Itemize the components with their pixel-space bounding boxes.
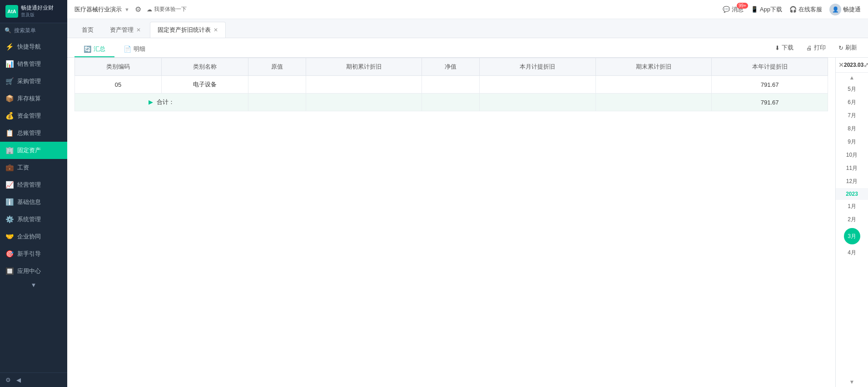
cell-annual-dep: 791.67 <box>712 76 828 94</box>
app-version: 普及版 <box>21 12 54 18</box>
cell-name: 电子设备 <box>162 76 248 94</box>
chevron-down-icon: ▼ <box>31 282 37 288</box>
month-6[interactable]: 6月 <box>836 96 868 109</box>
settings-button[interactable]: ⚙ <box>5 377 11 383</box>
tab-depreciation-table[interactable]: 固定资产折旧统计表 ✕ <box>150 22 226 38</box>
month-11[interactable]: 11月 <box>836 162 868 175</box>
sidebar-item-ledger[interactable]: 📋 总账管理 <box>0 124 67 142</box>
month-2023-2[interactable]: 2月 <box>836 213 868 226</box>
subtab-summary[interactable]: 🔄 汇总 <box>74 42 114 57</box>
sidebar-item-inventory[interactable]: 📦 库存核算 <box>0 90 67 107</box>
topbar-right: 💬 消息 99+ 📱 App下载 🎧 在线客服 👤 畅捷通 <box>723 4 861 15</box>
total-label: ▶ 合计： <box>75 94 248 111</box>
total-monthly-dep <box>480 94 596 111</box>
month-2023-1[interactable]: 1月 <box>836 200 868 213</box>
total-net-value <box>422 94 480 111</box>
experience-button[interactable]: ☁ 我要体验一下 <box>147 5 187 13</box>
year-2023-label: 2023 <box>836 188 868 200</box>
sidebar-item-fixed-assets[interactable]: 🏢 固定资产 <box>0 142 67 159</box>
detail-icon: 📄 <box>124 45 131 53</box>
fixed-assets-icon: 🏢 <box>5 146 14 154</box>
cell-initial-dep <box>306 76 422 94</box>
cell-original <box>248 76 306 94</box>
sidebar-item-funds[interactable]: 💰 资金管理 <box>0 107 67 124</box>
refresh-button[interactable]: ↻ 刷新 <box>835 42 861 54</box>
table-container: 类别编码 类别名称 原值 期初累计折旧 净值 本月计提折旧 期末累计折旧 本年计… <box>67 58 835 387</box>
tab-asset-manage[interactable]: 资产管理 ✕ <box>103 22 148 38</box>
sidebar-item-guide[interactable]: 🎯 新手引导 <box>0 245 67 263</box>
sidebar-item-purchase[interactable]: 🛒 采购管理 <box>0 73 67 90</box>
col-code: 类别编码 <box>75 58 162 76</box>
panel-header: ✕ 2023.03 ⤢ <box>836 58 868 73</box>
print-button[interactable]: 🖨 打印 <box>803 42 829 54</box>
download-icon: ⬇ <box>775 45 780 51</box>
table-header-row: 类别编码 类别名称 原值 期初累计折旧 净值 本月计提折旧 期末累计折旧 本年计… <box>75 58 828 76</box>
total-initial-dep <box>306 94 422 111</box>
sidebar-item-sales[interactable]: 📊 销售管理 <box>0 55 67 73</box>
month-5[interactable]: 5月 <box>836 83 868 96</box>
summary-icon: 🔄 <box>84 45 91 53</box>
total-row: ▶ 合计： 791.67 <box>75 94 828 111</box>
topbar-settings-button[interactable]: ⚙ <box>135 5 141 14</box>
print-icon: 🖨 <box>806 45 812 51</box>
month-7[interactable]: 7月 <box>836 109 868 122</box>
table-row: 05 电子设备 791.67 <box>75 76 828 94</box>
sidebar-item-quick-nav[interactable]: ⚡ 快捷导航 <box>0 38 67 55</box>
scroll-up-button[interactable]: ▲ <box>836 73 868 83</box>
month-8[interactable]: 8月 <box>836 122 868 135</box>
main-area: 医疗器械行业演示 ▼ ⚙ ☁ 我要体验一下 💬 消息 99+ 📱 App下载 🎧… <box>67 0 868 387</box>
message-icon: 💬 <box>723 6 730 13</box>
user-menu[interactable]: 👤 畅捷通 <box>829 4 861 15</box>
month-2023-3-selected[interactable]: 3月 <box>844 228 860 244</box>
app-download-button[interactable]: 📱 App下载 <box>751 5 782 14</box>
col-ending-dep: 期末累计折旧 <box>595 58 712 76</box>
app-center-icon: 🔲 <box>5 267 14 275</box>
sidebar-item-basic-info[interactable]: ℹ️ 基础信息 <box>0 194 67 211</box>
app-name: 畅捷通好业财 <box>21 5 54 12</box>
page-content: 🔄 汇总 📄 明细 ⬇ 下载 🖨 打印 ↻ <box>67 38 868 387</box>
sidebar-item-operations[interactable]: 📈 经营管理 <box>0 176 67 194</box>
col-monthly-dep: 本月计提折旧 <box>480 58 596 76</box>
inventory-icon: 📦 <box>5 94 14 103</box>
cell-code: 05 <box>75 76 162 94</box>
col-name: 类别名称 <box>162 58 248 76</box>
cell-monthly-dep <box>480 76 596 94</box>
sidebar-item-payroll[interactable]: 💼 工资 <box>0 159 67 176</box>
company-selector[interactable]: 医疗器械行业演示 ▼ <box>74 5 129 14</box>
company-chevron-icon: ▼ <box>124 7 129 12</box>
month-9[interactable]: 9月 <box>836 135 868 149</box>
tab-asset-manage-close[interactable]: ✕ <box>136 27 141 33</box>
right-panel: ✕ 2023.03 ⤢ ▲ 5月 6月 7月 8月 9月 10月 11月 12月… <box>835 58 868 387</box>
support-icon: 🎧 <box>789 6 797 13</box>
month-12[interactable]: 12月 <box>836 175 868 188</box>
system-icon: ⚙️ <box>5 215 14 223</box>
panel-close-button[interactable]: ✕ <box>838 61 844 69</box>
support-button[interactable]: 🎧 在线客服 <box>789 5 822 14</box>
payroll-icon: 💼 <box>5 164 14 172</box>
messages-button[interactable]: 💬 消息 99+ <box>723 5 744 14</box>
sidebar-item-enterprise[interactable]: 🤝 企业协同 <box>0 228 67 245</box>
sales-icon: 📊 <box>5 60 14 68</box>
tab-depreciation-table-close[interactable]: ✕ <box>213 27 218 33</box>
subtab-toolbar-row: 🔄 汇总 📄 明细 ⬇ 下载 🖨 打印 ↻ <box>67 38 868 58</box>
search-menu[interactable]: 🔍 搜索菜单 <box>0 23 67 38</box>
toolbar: ⬇ 下载 🖨 打印 ↻ 刷新 <box>771 42 861 54</box>
month-10[interactable]: 10月 <box>836 149 868 162</box>
sidebar-item-app-center[interactable]: 🔲 应用中心 <box>0 263 67 280</box>
sidebar-scroll-down[interactable]: ▼ <box>0 280 67 290</box>
tab-home[interactable]: 首页 <box>74 22 101 38</box>
col-original: 原值 <box>248 58 306 76</box>
sidebar-item-system[interactable]: ⚙️ 系统管理 <box>0 211 67 228</box>
collapse-button[interactable]: ◀ <box>16 377 21 383</box>
subtab-detail[interactable]: 📄 明细 <box>114 42 154 57</box>
col-annual-dep: 本年计提折旧 <box>712 58 828 76</box>
cell-ending-dep <box>595 76 712 94</box>
experience-icon: ☁ <box>147 6 152 13</box>
month-2023-4[interactable]: 4月 <box>836 246 868 259</box>
download-button[interactable]: ⬇ 下载 <box>771 42 797 54</box>
panel-expand-button[interactable]: ⤢ <box>863 61 868 69</box>
col-net-value: 净值 <box>422 58 480 76</box>
tab-bar: 首页 资产管理 ✕ 固定资产折旧统计表 ✕ <box>67 19 868 38</box>
scroll-down-button[interactable]: ▼ <box>836 377 868 387</box>
avatar-icon: 👤 <box>832 6 839 13</box>
